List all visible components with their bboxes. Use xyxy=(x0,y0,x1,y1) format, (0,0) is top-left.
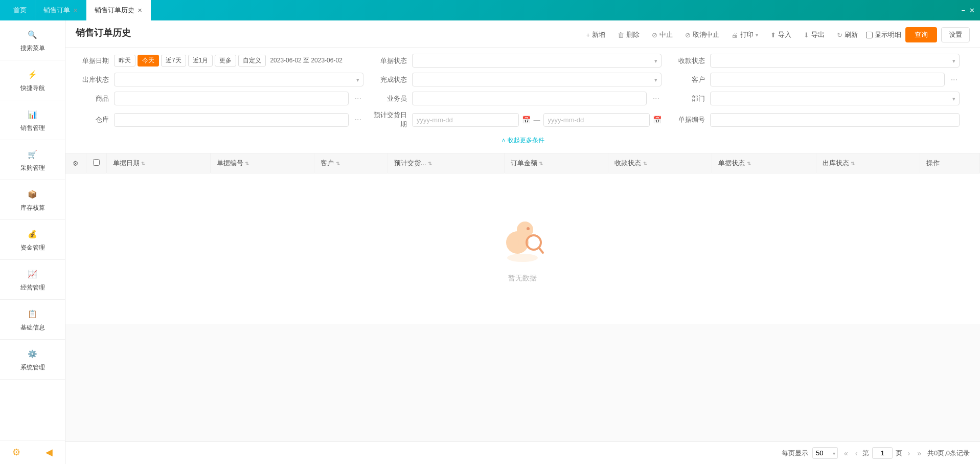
next-page-btn[interactable]: › xyxy=(905,448,912,458)
ops-mgmt-icon: 📈 xyxy=(26,267,40,281)
th-checkbox[interactable] xyxy=(86,153,106,173)
warehouse-control: ··· xyxy=(114,113,363,127)
new-label: 新增 xyxy=(592,30,605,39)
filter-row-2: 出库状态 完成状态 客户 xyxy=(76,73,970,86)
tab-sales-order[interactable]: 销售订单 ✕ xyxy=(35,0,86,20)
print-label: 打印 xyxy=(740,30,754,39)
page-input[interactable] xyxy=(872,447,893,459)
delivery-date-end-cal[interactable]: 📅 xyxy=(653,116,662,124)
doc-status-select[interactable] xyxy=(412,54,662,68)
complete-status-select[interactable] xyxy=(412,73,662,86)
dept-select[interactable] xyxy=(710,92,960,105)
salesperson-ellipsis[interactable]: ··· xyxy=(651,94,662,103)
window-minimize-btn[interactable]: − xyxy=(961,7,965,14)
delivery-date-end[interactable] xyxy=(543,113,650,127)
sidebar-collapse-icon[interactable]: ◀ xyxy=(45,447,53,458)
th-customer[interactable]: 客户 ⇅ xyxy=(314,153,388,173)
purchase-mgmt-icon: 🛒 xyxy=(26,147,40,162)
tab-sales-order-history[interactable]: 销售订单历史 ✕ xyxy=(86,0,151,20)
th-date[interactable]: 单据日期 ⇅ xyxy=(106,153,210,173)
sidebar-item-fund-mgmt[interactable]: 💰 资金管理 xyxy=(0,220,65,260)
salesperson-input[interactable] xyxy=(412,92,647,105)
th-doc-status[interactable]: 单据状态 ⇅ xyxy=(712,153,816,173)
sidebar-item-ops-mgmt[interactable]: 📈 经营管理 xyxy=(0,260,65,300)
th-date-label: 单据日期 xyxy=(113,159,140,167)
sidebar-settings-icon[interactable]: ⚙ xyxy=(12,447,20,458)
display-detail-label: 显示明细 xyxy=(875,30,901,39)
th-action-label: 操作 xyxy=(926,159,940,167)
date-custom-btn[interactable]: 自定义 xyxy=(238,55,266,67)
last-page-btn[interactable]: » xyxy=(915,448,923,458)
th-no[interactable]: 单据编号 ⇅ xyxy=(210,153,314,173)
tab-sales-order-close[interactable]: ✕ xyxy=(73,7,78,14)
th-amount-sort: ⇅ xyxy=(539,161,543,166)
query-button[interactable]: 查询 xyxy=(905,27,937,42)
th-settings[interactable]: ⚙ xyxy=(65,153,86,173)
empty-state-cell: 暂无数据 xyxy=(65,173,980,324)
date-yesterday-btn[interactable]: 昨天 xyxy=(114,55,135,67)
refresh-icon: ↻ xyxy=(837,31,842,39)
sidebar-item-search-menu[interactable]: 🔍 搜索菜单 xyxy=(0,20,65,60)
svg-point-0 xyxy=(507,254,538,262)
delivery-date-control: 📅 — 📅 xyxy=(412,113,662,127)
th-doc-sort: ⇅ xyxy=(747,161,751,166)
sidebar-item-purchase-mgmt[interactable]: 🛒 采购管理 xyxy=(0,140,65,180)
goods-input[interactable] xyxy=(114,92,349,105)
window-close-btn[interactable]: ✕ xyxy=(969,7,975,14)
customer-control: ··· xyxy=(710,73,960,86)
date-last7-btn[interactable]: 近7天 xyxy=(161,55,186,67)
date-today-btn[interactable]: 今天 xyxy=(138,55,159,67)
stop-button[interactable]: ⊘ 中止 xyxy=(648,28,677,41)
tab-home[interactable]: 首页 xyxy=(5,0,35,20)
th-payment-status[interactable]: 收款状态 ⇅ xyxy=(608,153,712,173)
sidebar-item-stock-calc[interactable]: 📦 库存核算 xyxy=(0,180,65,220)
gear-icon[interactable]: ⚙ xyxy=(73,160,79,167)
export-button[interactable]: ⬇ 导出 xyxy=(800,28,829,41)
th-delivery-sort: ⇅ xyxy=(428,161,432,166)
refresh-button[interactable]: ↻ 刷新 xyxy=(833,28,862,41)
sidebar-item-quick-nav[interactable]: ⚡ 快捷导航 xyxy=(0,60,65,100)
dept-label: 部门 xyxy=(672,94,710,103)
date-more-btn[interactable]: 更多 xyxy=(215,55,236,67)
export-label: 导出 xyxy=(811,30,825,39)
date-last-month-btn[interactable]: 近1月 xyxy=(188,55,213,67)
tab-sales-order-label: 销售订单 xyxy=(43,6,70,15)
doc-no-input[interactable] xyxy=(710,113,960,127)
customer-ellipsis[interactable]: ··· xyxy=(949,75,960,84)
first-page-btn[interactable]: « xyxy=(842,448,850,458)
collapse-conditions[interactable]: ∧ 收起更多条件 xyxy=(76,134,970,147)
delivery-date-start[interactable] xyxy=(412,113,519,127)
th-doc-status-label: 单据状态 xyxy=(718,159,745,167)
tab-sales-order-history-close[interactable]: ✕ xyxy=(138,7,142,14)
import-button[interactable]: ⬆ 导入 xyxy=(766,28,795,41)
warehouse-ellipsis[interactable]: ··· xyxy=(353,115,363,124)
refresh-label: 刷新 xyxy=(845,30,858,39)
display-detail-checkbox[interactable] xyxy=(866,32,873,38)
sidebar-item-basic-info[interactable]: 📋 基础信息 xyxy=(0,300,65,340)
goods-ellipsis[interactable]: ··· xyxy=(353,94,363,103)
cancel-stop-label: 取消中止 xyxy=(693,30,719,39)
per-page-select[interactable]: 50 20 100 200 xyxy=(812,447,838,459)
payment-status-select[interactable] xyxy=(710,54,960,68)
sidebar-item-sys-mgmt[interactable]: ⚙️ 系统管理 xyxy=(0,340,65,380)
new-button[interactable]: + 新增 xyxy=(582,28,609,41)
warehouse-input[interactable] xyxy=(114,113,349,127)
th-amount[interactable]: 订单金额 ⇅ xyxy=(504,153,608,173)
goods-label: 商品 xyxy=(76,94,114,103)
th-delivery[interactable]: 预计交货... ⇅ xyxy=(388,153,504,173)
print-button[interactable]: 🖨 打印 ▾ xyxy=(727,28,762,41)
display-detail-wrapper[interactable]: 显示明细 xyxy=(866,30,901,39)
customer-input[interactable] xyxy=(710,73,945,86)
delete-button[interactable]: 🗑 删除 xyxy=(613,28,644,41)
settings-button[interactable]: 设置 xyxy=(941,27,970,42)
search-menu-icon: 🔍 xyxy=(26,28,40,42)
select-all-checkbox[interactable] xyxy=(93,159,100,166)
prev-page-btn[interactable]: ‹ xyxy=(853,448,860,458)
filter-row-1: 单据日期 昨天 今天 近7天 近1月 更多 自定义 2023-06-02 至 2… xyxy=(76,54,970,68)
layout: 🔍 搜索菜单 ⚡ 快捷导航 📊 销售管理 🛒 采购管理 📦 库存核算 💰 资金管… xyxy=(0,20,980,464)
cancel-stop-button[interactable]: ⊘ 取消中止 xyxy=(681,28,723,41)
sidebar-item-sales-mgmt[interactable]: 📊 销售管理 xyxy=(0,100,65,140)
th-outbound-status[interactable]: 出库状态 ⇅ xyxy=(816,153,920,173)
delivery-date-start-cal[interactable]: 📅 xyxy=(522,116,531,124)
outbound-status-select[interactable] xyxy=(114,73,363,86)
